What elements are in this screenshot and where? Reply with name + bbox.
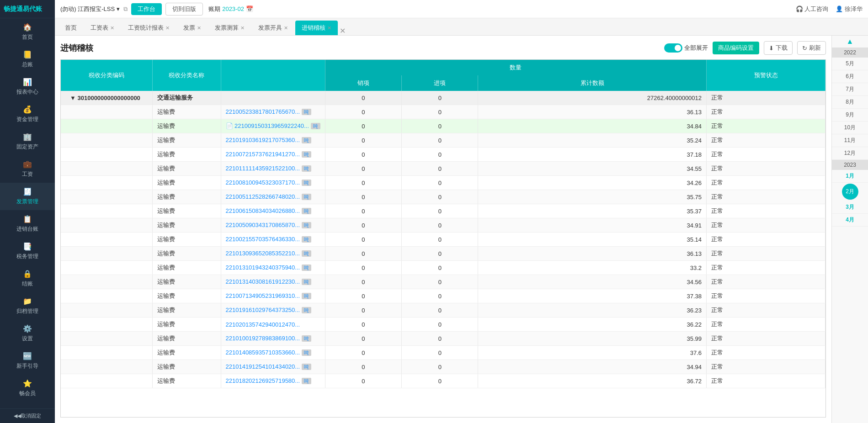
worktable-button[interactable]: 工作台 (131, 3, 162, 15)
cell-purchase: 0 (402, 218, 478, 233)
sidebar-item-settings[interactable]: ⚙️设置 (0, 320, 55, 347)
user-profile[interactable]: 👤 徐泽华 (836, 5, 863, 13)
table-row[interactable]: 运输费 221018202126925719580...吨 0 0 36.72 … (61, 374, 825, 388)
sidebar-item-tax[interactable]: 📑税务管理 (0, 238, 55, 265)
tab-invoice-calc[interactable]: 发票测算✕ (208, 21, 251, 35)
unit-badge: 吨 (302, 109, 311, 115)
close-tab-invoice-open[interactable]: ✕ (284, 25, 288, 31)
sidebar-item-closing[interactable]: 🔒结账 (0, 265, 55, 292)
unit-badge: 吨 (302, 137, 311, 143)
cal-month-3月[interactable]: 3月 (832, 201, 868, 214)
cal-nav-up[interactable]: ▲ (832, 36, 868, 48)
cell-tax-name: 运输费 (152, 218, 221, 233)
table-row[interactable]: 运输费 221019103619217075360...吨 0 0 35.24 … (61, 133, 825, 148)
table-row[interactable]: 运输费 221007134905231969310...吨 0 0 37.38 … (61, 289, 825, 303)
sidebar-item-sales-ledger[interactable]: 📋进销台账 (0, 210, 55, 238)
cal-month-8月[interactable]: 8月 (832, 96, 868, 109)
cal-month-6月[interactable]: 6月 (832, 70, 868, 83)
cal-month-9月[interactable]: 9月 (832, 109, 868, 122)
table-row[interactable]: 运输费 221002155703576436330...吨 0 0 35.14 … (61, 233, 825, 247)
cal-month-2月[interactable]: 2月 (842, 184, 858, 200)
sidebar-item-guide[interactable]: 🆕新手引导 (0, 347, 55, 375)
cell-purchase: 0 (402, 162, 478, 176)
close-tab-sales-check[interactable]: ✕ (327, 25, 331, 31)
table-row[interactable]: 运输费 221005112528266748020...吨 0 0 35.75 … (61, 190, 825, 204)
table-row[interactable]: 运输费 221011111435921522100...吨 0 0 34.55 … (61, 162, 825, 176)
tab-home[interactable]: 首页 (59, 21, 83, 35)
close-tab-invoice-calc[interactable]: ✕ (240, 25, 245, 31)
unpin-sidebar[interactable]: ◀◀ 取消固定 (0, 408, 55, 423)
tab-invoice[interactable]: 发票✕ (177, 21, 208, 35)
th-invoice (221, 60, 325, 91)
table-row[interactable]: 运输费 221006150834034026880...吨 0 0 35.37 … (61, 204, 825, 218)
cell-tax-code (61, 303, 152, 317)
download-button[interactable]: ⬇ 下载 (764, 41, 793, 55)
unit-badge: 吨 (302, 279, 311, 285)
cell-cumulative: 35.14 (478, 233, 707, 247)
tab-salary-table[interactable]: 工资表✕ (84, 21, 121, 35)
table-row[interactable]: ▼ 3010000000000000000 交通运输服务 0 0 27262.4… (61, 91, 825, 105)
cell-sales: 0 (325, 218, 401, 233)
cal-month-7月[interactable]: 7月 (832, 83, 868, 96)
cell-sales: 0 (325, 289, 401, 303)
cell-invoice-no: 📄 221009150313965922240...吨 (221, 119, 325, 133)
table-row[interactable]: 运输费 221014085935710353660...吨 0 0 37.6 正… (61, 346, 825, 360)
close-tab-invoice[interactable]: ✕ (197, 25, 201, 31)
cal-month-10月[interactable]: 10月 (832, 122, 868, 134)
settings-button[interactable]: 商品编码设置 (713, 42, 759, 54)
cell-sales: 0 (325, 91, 401, 105)
cell-invoice-no: 221019103619217075360...吨 (221, 133, 325, 148)
cell-tax-code: ▼ 3010000000000000000 (61, 91, 152, 105)
cell-cumulative: 34.84 (478, 119, 707, 133)
sidebar-item-invoice[interactable]: 🧾发票管理 (0, 183, 55, 210)
table-row[interactable]: 运输费 221013140308161912230...吨 0 0 34.56 … (61, 275, 825, 289)
tab-invoice-open[interactable]: 发票开具✕ (252, 21, 294, 35)
cell-purchase: 0 (402, 289, 478, 303)
cell-sales: 0 (325, 119, 401, 133)
sidebar-item-assets[interactable]: 🏢固定资产 (0, 128, 55, 155)
close-tab-salary-table[interactable]: ✕ (110, 25, 114, 31)
cal-month-5月[interactable]: 5月 (832, 58, 868, 70)
table-row[interactable]: 运输费 221014191254101434020...吨 0 0 34.94 … (61, 360, 825, 374)
cell-invoice-no: 221014085935710353660...吨 (221, 346, 325, 360)
cal-month-4月[interactable]: 4月 (832, 214, 868, 227)
sidebar-item-reports[interactable]: 📊报表中心 (0, 73, 55, 100)
expand-toggle[interactable]: 全部展开 (664, 43, 708, 53)
tab-salary-stats[interactable]: 工资统计报表✕ (122, 21, 176, 35)
table-row[interactable]: 运输费 📄 221009150313965922240...吨 0 0 34.8… (61, 119, 825, 133)
table-row[interactable]: 运输费 221008100945323037170...吨 0 0 34.26 … (61, 176, 825, 190)
close-tab-button[interactable]: ✕ (340, 26, 346, 35)
table-row[interactable]: 运输费 221019161029764373250...吨 0 0 36.23 … (61, 303, 825, 317)
table-row[interactable]: 运输费 221013093652085352210...吨 0 0 36.13 … (61, 247, 825, 261)
sidebar-item-home[interactable]: 🏠首页 (0, 18, 55, 46)
table-row[interactable]: 运输费 221007215737621941270...吨 0 0 37.18 … (61, 148, 825, 162)
sidebar-item-capital[interactable]: 💰资金管理 (0, 100, 55, 128)
sidebar-label-guide: 新手引导 (16, 362, 38, 370)
calendar-icon[interactable]: 📅 (246, 5, 253, 12)
refresh-icon: ↻ (802, 45, 807, 52)
table-row[interactable]: 运输费 221010019278983869100...吨 0 0 35.99 … (61, 332, 825, 346)
sidebar-item-salary[interactable]: 💼工资 (0, 155, 55, 183)
switch-version-button[interactable]: 切到旧版 (165, 3, 203, 16)
cal-month-11月[interactable]: 11月 (832, 134, 868, 147)
sidebar-item-member[interactable]: ⭐畅会员 (0, 375, 55, 402)
copy-icon[interactable]: ⧉ (123, 5, 128, 13)
toggle-switch[interactable] (664, 43, 682, 53)
close-tab-salary-stats[interactable]: ✕ (165, 25, 170, 31)
table-row[interactable]: 运输费 221020135742940012470... 0 0 36.22 正… (61, 317, 825, 332)
cal-month-12月[interactable]: 12月 (832, 147, 868, 160)
table-row[interactable]: 运输费 221005233817801765670...吨 0 0 36.13 … (61, 105, 825, 119)
support-icon: 🎧 (796, 5, 803, 12)
cell-sales: 0 (325, 332, 401, 346)
sidebar-item-archive[interactable]: 📁归档管理 (0, 292, 55, 320)
cell-cumulative: 34.91 (478, 218, 707, 233)
refresh-button[interactable]: ↻ 刷新 (797, 41, 826, 55)
sidebar-item-ledger[interactable]: 📒总账 (0, 46, 55, 73)
cell-tax-name: 运输费 (152, 360, 221, 374)
tab-sales-check[interactable]: 进销稽核✕ (295, 21, 338, 35)
company-selector[interactable]: (勿动) 江西报宝-LSS ▾ (60, 5, 120, 13)
table-row[interactable]: 运输费 221013101943240375940...吨 0 0 33.2 正… (61, 261, 825, 275)
table-row[interactable]: 运输费 221005090343170865870...吨 0 0 34.91 … (61, 218, 825, 233)
support-link[interactable]: 🎧 人工咨询 (796, 5, 829, 13)
cal-month-1月[interactable]: 1月 (832, 170, 868, 183)
